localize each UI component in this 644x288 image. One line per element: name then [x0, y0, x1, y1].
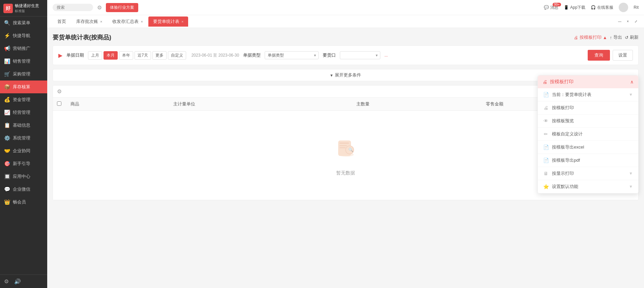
window-controls: — × ⤢	[617, 19, 639, 24]
trial-button[interactable]: 体验行业方案	[106, 3, 138, 12]
dropdown-printer-icon: 🖨	[543, 79, 547, 85]
tab-collection[interactable]: 收发存汇总表 ×	[108, 17, 147, 27]
message-button[interactable]: 💬 消息 99+	[544, 5, 558, 10]
filter-row-1: ▶ 单据日期 上月 本月 本年 近7天 更多 自定义 2023-06-01 至 …	[58, 50, 633, 61]
print-dropdown-panel: 🖨 按模板打印 ∧ 📄 当前：要货单统计表 ▼ 🖨 按模板打印 👁	[537, 75, 639, 194]
template-design-item[interactable]: ✏ 模板自定义设计	[538, 128, 638, 141]
tab-order-stats-close[interactable]: ×	[181, 20, 183, 24]
empty-icon: 🔍	[332, 134, 359, 166]
sidebar-item-member[interactable]: 👑 畅会员	[0, 196, 47, 209]
newbie-icon: 🎯	[4, 161, 10, 167]
current-template-item[interactable]: 📄 当前：要货单统计表 ▼	[538, 88, 638, 101]
dropdown-close-button[interactable]: ∧	[630, 79, 634, 85]
empty-text: 暂无数据	[336, 170, 355, 176]
tab-home[interactable]: 首页	[53, 17, 71, 27]
template-pdf-item[interactable]: 📄 按模板导出pdf	[538, 154, 638, 167]
filter-settings-button[interactable]: 设置	[613, 50, 633, 61]
template-excel-item[interactable]: 📄 按模板导出excel	[538, 141, 638, 154]
online-service-button[interactable]: 🎧 在线客服	[591, 5, 613, 10]
col-quantity: 主数量	[352, 98, 482, 111]
col-product: 商品	[66, 98, 169, 111]
filter-expand-toggle[interactable]: ▶	[58, 52, 62, 59]
print-button[interactable]: 🖨 按模板打印 ▲	[574, 34, 607, 40]
date-more[interactable]: 更多	[152, 51, 167, 60]
template-preview-item[interactable]: 👁 按模板预览	[538, 115, 638, 128]
sidebar-footer: ⚙ 🔊	[0, 275, 47, 288]
date-this-month[interactable]: 本月	[104, 51, 118, 60]
more-filter-label: ...	[384, 53, 388, 58]
date-custom[interactable]: 自定义	[168, 51, 186, 60]
topbar-search-input[interactable]	[53, 4, 93, 11]
sidebar-nav: ⚡ 快捷导航 📢 营销推广 📊 销售管理 🛒 采购管理 📦 库存核算 💰 资金管…	[0, 29, 47, 275]
col-unit: 主计量单位	[169, 98, 352, 111]
page-header: 要货单统计表(按商品) 🖨 按模板打印 ▲ ↑ 导出 ↺ 刷新	[53, 33, 639, 41]
tab-collection-close[interactable]: ×	[141, 20, 143, 24]
app-download-button[interactable]: 📱 App下载	[564, 5, 585, 10]
refresh-button[interactable]: ↺ 刷新	[625, 34, 639, 40]
sidebar-item-sales[interactable]: 📊 销售管理	[0, 55, 47, 68]
headset-icon: 🎧	[591, 5, 596, 10]
message-icon: 💬	[544, 5, 549, 10]
sidebar-item-operations[interactable]: 📈 经营管理	[0, 106, 47, 119]
select-all-checkbox[interactable]	[57, 101, 61, 106]
purchase-icon: 🛒	[4, 71, 10, 77]
order-field-wrapper	[340, 51, 380, 59]
template-print-item[interactable]: 🖨 按模板打印	[538, 101, 638, 115]
sidebar-item-system[interactable]: ⚙️ 系统管理	[0, 132, 47, 145]
sidebar-item-basics[interactable]: 📋 基础信息	[0, 119, 47, 132]
basics-icon: 📋	[4, 122, 10, 128]
sidebar-item-marketing[interactable]: 📢 营销推广	[0, 42, 47, 55]
search-icon: 🔍	[4, 20, 10, 26]
window-close[interactable]: ×	[625, 19, 631, 24]
display-print-item[interactable]: 🖥 按显示打印 ▼	[538, 167, 638, 180]
type-label: 单据类型	[243, 52, 261, 58]
set-default-arrow: ▼	[629, 184, 633, 189]
date-this-year[interactable]: 本年	[119, 51, 133, 60]
date-last-7days[interactable]: 近7天	[135, 51, 151, 60]
message-badge: 99+	[553, 3, 561, 6]
wechat-icon: 💬	[4, 186, 10, 192]
type-select[interactable]: 单据类型	[265, 51, 319, 59]
template-preview-icon: 👁	[543, 118, 549, 124]
dropdown-header: 🖨 按模板打印 ∧	[538, 75, 638, 88]
tab-batch-close[interactable]: ×	[100, 20, 102, 24]
sidebar-search[interactable]: 🔍 搜索菜单	[0, 17, 47, 29]
tab-batch[interactable]: 库存批次账 ×	[71, 17, 107, 27]
empty-illustration: 🔍	[332, 134, 359, 161]
date-range-buttons: 上月 本月 本年 近7天 更多 自定义	[88, 51, 186, 60]
apps-icon: 🔲	[4, 173, 10, 180]
main-area: ⚙ 体验行业方案 💬 消息 99+ 📱 App下载 🎧 在线客服 Rit 首页	[47, 0, 644, 288]
order-field-select[interactable]	[340, 51, 380, 59]
user-avatar[interactable]	[619, 3, 628, 12]
filter-right-actions: 查询 设置	[588, 50, 633, 61]
export-icon: ↑	[610, 35, 612, 40]
sidebar-item-collab[interactable]: 🤝 企业协同	[0, 145, 47, 157]
sidebar-item-purchase[interactable]: 🛒 采购管理	[0, 68, 47, 81]
sidebar-logo: 好 畅捷通好生意 标准版	[0, 0, 47, 17]
window-minimize[interactable]: —	[617, 19, 622, 24]
print-arrow-icon: ▲	[603, 35, 607, 40]
tab-order-stats[interactable]: 要货单统计表 ×	[148, 17, 188, 27]
sidebar-item-newbie[interactable]: 🎯 新手引导	[0, 157, 47, 170]
topbar-gear-icon[interactable]: ⚙	[97, 4, 102, 11]
date-last-month[interactable]: 上月	[88, 51, 102, 60]
export-button[interactable]: ↑ 导出	[610, 34, 622, 40]
filter-bar: ▶ 单据日期 上月 本月 本年 近7天 更多 自定义 2023-06-01 至 …	[53, 45, 639, 65]
settings-footer-icon[interactable]: ⚙	[4, 278, 9, 285]
sidebar-item-apps[interactable]: 🔲 应用中心	[0, 170, 47, 183]
window-maximize[interactable]: ⤢	[633, 19, 639, 24]
sound-footer-icon[interactable]: 🔊	[14, 278, 21, 285]
username-label[interactable]: Rit	[634, 5, 639, 10]
refresh-icon: ↺	[625, 35, 628, 40]
set-default-content: ⭐ 设置默认功能	[543, 184, 578, 190]
sidebar-item-wechat[interactable]: 💬 企业微信	[0, 183, 47, 196]
system-icon: ⚙️	[4, 135, 10, 141]
sidebar-item-finance[interactable]: 💰 资金管理	[0, 93, 47, 106]
set-default-item[interactable]: ⭐ 设置默认功能 ▼	[538, 180, 638, 193]
svg-rect-2	[340, 142, 349, 144]
sidebar-item-inventory[interactable]: 📦 库存核算	[0, 81, 47, 93]
table-settings-icon[interactable]: ⚙	[57, 88, 62, 95]
sidebar-item-shortcut[interactable]: ⚡ 快捷导航	[0, 29, 47, 42]
order-field-label: 要货口	[323, 52, 336, 58]
query-button[interactable]: 查询	[588, 50, 610, 61]
